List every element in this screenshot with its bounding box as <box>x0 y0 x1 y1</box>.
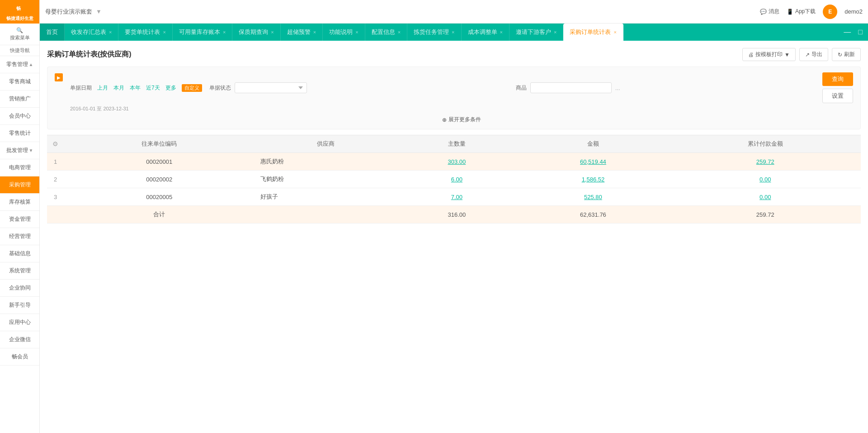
col-qty-header: 主数量 <box>397 135 516 153</box>
sidebar-item-retail[interactable]: 零售管理 ▲ <box>0 56 39 73</box>
col-settings-icon[interactable]: ⚙ <box>52 140 58 148</box>
sidebar-item-purchase[interactable]: 采购管理 <box>0 176 39 194</box>
goods-filter-group: 商品 ... <box>516 82 815 93</box>
goods-label: 商品 <box>516 84 527 92</box>
tab-warranty-label: 保质期查询 <box>239 28 268 36</box>
tab-goods-stats-close[interactable]: × <box>163 29 165 35</box>
sidebar-item-app-center[interactable]: 应用中心 <box>0 314 39 331</box>
shortcut-more[interactable]: 更多 <box>164 84 178 92</box>
custom-date-tag[interactable]: 自定义 <box>182 84 202 92</box>
app-download-button[interactable]: 📱 App下载 <box>787 8 816 15</box>
tab-config-info[interactable]: 配置信息 × <box>365 24 407 41</box>
tab-invite-downstream[interactable]: 邀请下游客户 × <box>509 24 563 41</box>
export-button[interactable]: ↗ 导出 <box>799 48 828 61</box>
expand-down-icon: ⊕ <box>442 117 447 123</box>
date-range-row: 2016-01-01 至 2023-12-31 <box>70 105 853 112</box>
row-qty-2[interactable]: 7.00 <box>397 188 516 206</box>
sidebar-item-wechat-label: 企业微信 <box>9 336 31 343</box>
shortcut-this-month[interactable]: 本月 <box>112 84 126 92</box>
sidebar-item-retail-stats[interactable]: 零售统计 <box>0 125 39 142</box>
status-select[interactable] <box>235 82 307 93</box>
user-name[interactable]: demo2 <box>844 8 863 15</box>
filter-expand-row: ⊕ 展开更多条件 <box>70 116 853 124</box>
template-print-button[interactable]: 🖨 按模板打印 ▼ <box>742 48 796 61</box>
row-amount-2[interactable]: 525.80 <box>516 188 670 206</box>
shortcut-this-year[interactable]: 本年 <box>128 84 142 92</box>
row-qty-0[interactable]: 303.00 <box>397 153 516 171</box>
row-paid-0[interactable]: 259.72 <box>670 153 861 171</box>
sidebar-item-finance[interactable]: 资金管理 <box>0 211 39 228</box>
sidebar-item-app-center-label: 应用中心 <box>9 319 31 326</box>
tab-available-stock[interactable]: 可用量库存账本 × <box>173 24 232 41</box>
sidebar-item-operation[interactable]: 经营管理 <box>0 228 39 245</box>
goods-more-icon[interactable]: ... <box>615 85 620 91</box>
tab-warranty-close[interactable]: × <box>271 29 274 35</box>
tab-overstock[interactable]: 超储预警 × <box>281 24 323 41</box>
sidebar-item-basic[interactable]: 基础信息 <box>0 245 39 262</box>
user-avatar[interactable]: E <box>823 5 837 19</box>
page-header: 采购订单统计表(按供应商) 🖨 按模板打印 ▼ ↗ 导出 ↻ 刷新 <box>47 48 861 61</box>
row-paid-2[interactable]: 0.00 <box>670 188 861 206</box>
tab-pick-task[interactable]: 拣货任务管理 × <box>407 24 461 41</box>
sidebar-item-member[interactable]: 会员中心 <box>0 108 39 125</box>
tab-invite-downstream-close[interactable]: × <box>554 29 557 35</box>
maximize-btn[interactable]: □ <box>856 26 864 38</box>
filter-toggle-btn[interactable]: ▶ <box>55 73 63 81</box>
sidebar-search[interactable]: 🔍 搜索菜单 <box>0 24 39 45</box>
shortcut-last-month[interactable]: 上月 <box>95 84 110 92</box>
tab-config-info-close[interactable]: × <box>398 29 401 35</box>
sidebar-item-retail-shop[interactable]: 零售商城 <box>0 73 39 90</box>
tab-home[interactable]: 首页 <box>40 24 65 41</box>
tab-pick-task-close[interactable]: × <box>452 29 454 35</box>
col-settings: ⚙ <box>47 135 64 153</box>
tab-receive-send-close[interactable]: × <box>109 29 112 35</box>
sidebar-item-guide-label: 新手引导 <box>9 301 31 309</box>
col-amount-header: 金额 <box>516 135 670 153</box>
tab-cost-adjust[interactable]: 成本调整单 × <box>462 24 509 41</box>
sidebar-item-guide[interactable]: 新手引导 <box>0 297 39 314</box>
sidebar-item-wechat[interactable]: 企业微信 <box>0 331 39 348</box>
sidebar-quick-nav[interactable]: 快捷导航 <box>0 45 39 56</box>
refresh-button[interactable]: ↻ 刷新 <box>832 48 861 61</box>
nav-tabs-actions: — □ <box>838 26 868 38</box>
date-label: 单据日期 <box>70 84 92 92</box>
message-button[interactable]: 💬 消息 <box>760 8 779 15</box>
settings-button[interactable]: 设置 <box>822 89 853 103</box>
tab-purchase-stats[interactable]: 采购订单统计表 × <box>563 24 623 41</box>
tab-goods-stats[interactable]: 要货单统计表 × <box>118 24 172 41</box>
row-amount-1[interactable]: 1,586.52 <box>516 171 670 188</box>
tab-cost-adjust-close[interactable]: × <box>500 29 503 35</box>
page-actions: 🖨 按模板打印 ▼ ↗ 导出 ↻ 刷新 <box>742 48 861 61</box>
topbar-dropdown-icon[interactable]: ▼ <box>96 8 102 15</box>
sidebar-item-collab[interactable]: 企业协同 <box>0 280 39 297</box>
sidebar-item-purchase-label: 采购管理 <box>9 181 31 189</box>
sidebar-item-system[interactable]: 系统管理 <box>0 262 39 280</box>
tab-receive-send[interactable]: 收发存汇总表 × <box>65 24 118 41</box>
sidebar-item-ecommerce[interactable]: 电商管理 <box>0 159 39 176</box>
tab-warranty[interactable]: 保质期查询 × <box>232 24 280 41</box>
sidebar-item-marketing[interactable]: 营销推广 <box>0 90 39 108</box>
sidebar-item-inventory[interactable]: 库存核算 <box>0 194 39 211</box>
nav-tabs: 首页 收发存汇总表 × 要货单统计表 × 可用量库存账本 × 保质期查询 × 超… <box>40 24 868 41</box>
row-paid-1[interactable]: 0.00 <box>670 171 861 188</box>
shortcut-7days[interactable]: 近7天 <box>144 84 162 92</box>
tab-func-desc-close[interactable]: × <box>355 29 358 35</box>
tab-available-stock-close[interactable]: × <box>223 29 226 35</box>
tab-purchase-stats-close[interactable]: × <box>613 29 616 35</box>
expand-conditions-button[interactable]: ⊕ 展开更多条件 <box>442 116 481 124</box>
template-dropdown-icon[interactable]: ▼ <box>784 52 790 58</box>
sidebar-item-system-label: 系统管理 <box>9 267 31 275</box>
sidebar-item-wholesale[interactable]: 批发管理 ▼ <box>0 142 39 159</box>
tab-home-label: 首页 <box>46 28 58 36</box>
minimize-btn[interactable]: — <box>842 26 853 38</box>
row-qty-1[interactable]: 6.00 <box>397 171 516 188</box>
date-shortcuts: 上月 本月 本年 近7天 更多 <box>95 84 178 92</box>
sidebar-item-member2[interactable]: 畅会员 <box>0 348 39 366</box>
goods-input[interactable] <box>530 82 612 93</box>
row-amount-0[interactable]: 60,519.44 <box>516 153 670 171</box>
query-button[interactable]: 查询 <box>822 72 853 86</box>
tab-overstock-close[interactable]: × <box>313 29 316 35</box>
tab-func-desc[interactable]: 功能说明 × <box>323 24 365 41</box>
footer-empty2 <box>255 206 397 224</box>
app-logo: 畅 畅捷通好生意 <box>0 0 39 24</box>
